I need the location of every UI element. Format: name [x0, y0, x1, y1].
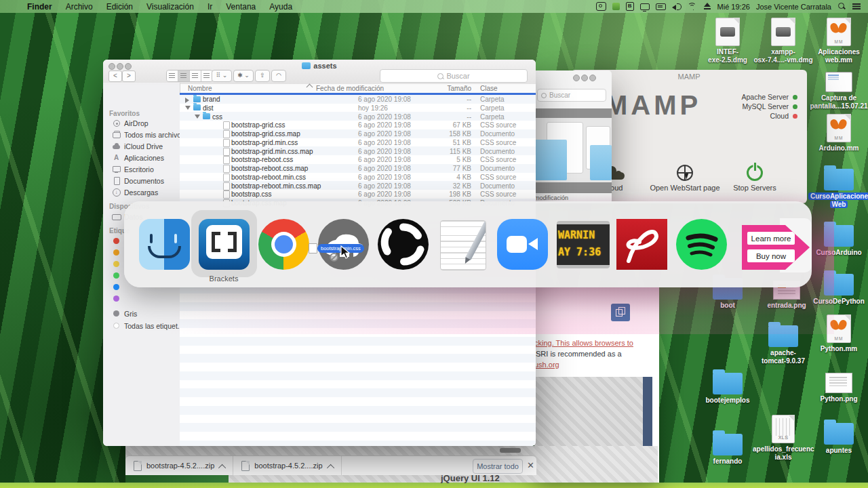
- sidebar-item-aplicaciones[interactable]: AAplicaciones: [112, 153, 164, 162]
- table-row[interactable]: css6 ago 2020 19:08--Carpeta: [180, 113, 536, 121]
- list-column-headers[interactable]: Nombre Fecha de modificación Tamaño Clas…: [180, 84, 536, 94]
- view-mode-segment[interactable]: [166, 70, 213, 82]
- menu-item-visualización[interactable]: Visualización: [140, 2, 201, 12]
- show-all-downloads-button[interactable]: Mostrar todo: [473, 459, 523, 474]
- tag-button[interactable]: ◠: [271, 70, 286, 82]
- sidebar-tag-dot[interactable]: [112, 260, 124, 268]
- group-button[interactable]: ⠿ ⌄: [212, 70, 232, 82]
- table-row[interactable]: bootstrap-grid.min.css.map6 ago 2020 19:…: [180, 147, 536, 156]
- sidebar-tag-dot[interactable]: [112, 237, 124, 245]
- eject-icon[interactable]: [703, 3, 711, 10]
- sidebar-tag-dot[interactable]: [112, 248, 124, 257]
- sidebar-item-airdrop[interactable]: AirDrop: [112, 119, 149, 127]
- table-row[interactable]: bootstrap-grid.css.map6 ago 2020 19:0815…: [180, 129, 536, 138]
- copy-code-button[interactable]: [611, 304, 630, 321]
- sidebar-tag-dot[interactable]: [112, 294, 124, 303]
- desktop-icon-python-png[interactable]: Python.png: [808, 369, 868, 403]
- app-switcher-item-spotify[interactable]: [676, 219, 727, 270]
- download-item[interactable]: bootstrap-4.5.2....zip: [125, 456, 233, 475]
- share-button[interactable]: ⇧: [255, 70, 270, 82]
- table-row[interactable]: disthoy 19:26--Carpeta: [180, 104, 536, 113]
- horizontal-scrollbar-thumb[interactable]: [500, 448, 521, 453]
- action-gear-button[interactable]: ✱ ⌄: [233, 70, 254, 82]
- mamp-webstart-action[interactable]: Open WebStart page: [644, 165, 726, 192]
- menu-item-edición[interactable]: Edición: [100, 2, 140, 12]
- table-row[interactable]: bootstrap-reboot.css.map6 ago 2020 19:08…: [180, 164, 536, 173]
- buy-now-button[interactable]: Buy now: [747, 249, 795, 262]
- sidebar-item-icloud-drive[interactable]: iCloud Drive: [112, 142, 163, 150]
- spotlight-search-icon[interactable]: [837, 3, 846, 10]
- downloads-close-icon[interactable]: ✕: [527, 460, 534, 470]
- table-row[interactable]: bootstrap-reboot.min.css.map6 ago 2020 1…: [180, 182, 536, 190]
- desktop-icon-cursoaplicaciones-web[interactable]: CursoAplicacionesWeb: [808, 165, 868, 209]
- forward-button[interactable]: >: [122, 70, 136, 82]
- zoom-window-icon[interactable]: [589, 75, 596, 81]
- menu-user[interactable]: Jose Vicente Carratala: [756, 3, 831, 11]
- app-switcher-item-finder[interactable]: [139, 219, 190, 270]
- desktop-icon-apuntes[interactable]: apuntes: [808, 419, 868, 455]
- learn-more-button[interactable]: Learn more: [747, 232, 795, 245]
- desktop-icon-aplicaciones-web-mm[interactable]: MMAplicacionesweb.mm: [808, 18, 868, 64]
- desktop-icon-apellidos-frecuenc-ia-xls[interactable]: apellidos_frecuencia.xls: [753, 415, 814, 462]
- desktop-icon-fernando[interactable]: fernando: [697, 430, 758, 466]
- close-icon[interactable]: [573, 75, 580, 81]
- mamp-stop-servers-action[interactable]: Stop Servers: [732, 165, 777, 192]
- desktop-icon-arduino-mm[interactable]: MMArduino.mm: [808, 114, 868, 152]
- disclosure-open-icon[interactable]: [185, 106, 191, 110]
- menu-item-ir[interactable]: Ir: [201, 2, 219, 12]
- desktop-icon-captura-de-pantalla-15-07-21[interactable]: Captura depantalla...15.07.21: [808, 68, 868, 110]
- table-row[interactable]: bootstrap-grid.min.css6 ago 2020 19:0851…: [180, 138, 536, 147]
- disclosure-closed-icon[interactable]: [185, 98, 189, 103]
- menu-clock[interactable]: Mié 19:26: [717, 3, 750, 11]
- app-switcher-item-textedit[interactable]: [437, 219, 488, 270]
- screen-record-icon[interactable]: [596, 2, 606, 11]
- app-switcher-item-acrobat[interactable]: [616, 219, 667, 270]
- browser-link[interactable]: ush.org: [534, 361, 559, 369]
- app-switcher-item-zoom[interactable]: [497, 219, 548, 270]
- minimize-icon[interactable]: [581, 75, 588, 81]
- desktop-icon-xampp-osx-7-4-vm-dmg[interactable]: xampp-osx-7.4....-vm.dmg: [753, 18, 814, 64]
- table-row[interactable]: bootstrap-reboot.css6 ago 2020 19:085 KB…: [180, 155, 536, 164]
- sidebar-item-escritorio[interactable]: Escritorio: [112, 165, 154, 174]
- chevron-up-icon[interactable]: [218, 464, 226, 472]
- app-switcher-item-obs[interactable]: [378, 219, 429, 270]
- back-button[interactable]: <: [108, 70, 122, 82]
- column-kind[interactable]: Clase: [480, 85, 498, 92]
- desktop-icon-bootejemplos[interactable]: bootejemplos: [697, 369, 758, 405]
- search-input[interactable]: Buscar: [537, 89, 606, 102]
- column-name[interactable]: Nombre: [188, 85, 212, 92]
- desktop-icon-cursoarduino[interactable]: CursoArduino: [808, 221, 868, 257]
- download-item[interactable]: bootstrap-4.5.2....zip: [233, 456, 341, 475]
- sidebar-item-descargas[interactable]: Descargas: [112, 188, 158, 197]
- menu-item-ayuda[interactable]: Ayuda: [262, 2, 299, 12]
- keyboard-icon[interactable]: [656, 3, 666, 10]
- sidebar-item-todos-mis-archivos[interactable]: Todos mis archivos: [112, 130, 184, 139]
- boom-icon[interactable]: B: [626, 2, 634, 11]
- sidebar-tag-dot[interactable]: [112, 283, 124, 291]
- menu-item-archivo[interactable]: Archivo: [59, 2, 100, 12]
- table-row[interactable]: brand6 ago 2020 19:08--Carpeta: [180, 95, 536, 104]
- sidebar-tag-dot[interactable]: [112, 271, 124, 280]
- column-date[interactable]: Fecha de modificación: [316, 85, 384, 92]
- desktop-icon-apache-tomcat-9-0-37[interactable]: apache-tomcat-9.0.37: [753, 321, 814, 365]
- app-switcher-item-led-clock[interactable]: WARNINAY 7:36: [557, 219, 608, 270]
- sidebar-tag-todas-las-etiquet-[interactable]: Todas las etiquet...: [112, 321, 184, 330]
- table-row[interactable]: bootstrap-grid.css6 ago 2020 19:0867 KBC…: [180, 121, 536, 129]
- table-row[interactable]: bootstrap-reboot.min.css6 ago 2020 19:08…: [180, 173, 536, 182]
- wifi-icon[interactable]: [688, 3, 696, 10]
- sidebar-tag-gris[interactable]: Gris: [112, 309, 137, 318]
- desktop-icon-python-mm[interactable]: MMPython.mm: [808, 314, 868, 353]
- search-input[interactable]: Buscar: [380, 69, 528, 83]
- desktop-icon-cursodepython[interactable]: CursoDePython: [808, 270, 868, 306]
- app-switcher-item-brackets[interactable]: [199, 219, 250, 270]
- disclosure-open-icon[interactable]: [195, 115, 200, 119]
- volume-icon[interactable]: [672, 3, 682, 10]
- column-size[interactable]: Tamaño: [403, 85, 471, 92]
- app-status-icon[interactable]: [612, 3, 620, 10]
- desktop-icon-intef-exe-2-5-dmg[interactable]: INTEF-exe-2.5.dmg: [697, 18, 758, 64]
- chevron-up-icon[interactable]: [326, 464, 334, 472]
- notification-center-icon[interactable]: [852, 3, 861, 10]
- table-row[interactable]: bootstrap.css6 ago 2020 19:08198 KBCSS s…: [180, 190, 536, 199]
- displays-icon[interactable]: [640, 3, 650, 10]
- menu-item-ventana[interactable]: Ventana: [219, 2, 262, 12]
